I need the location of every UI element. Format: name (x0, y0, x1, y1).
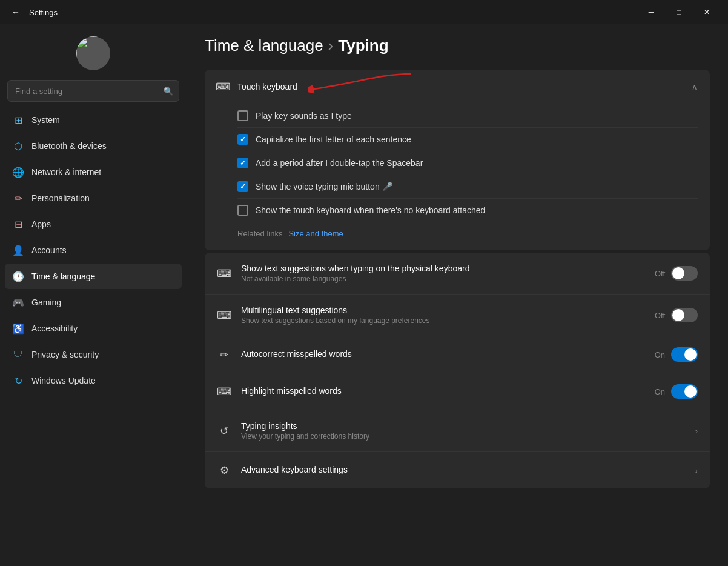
toggle-label-highlight: On (655, 387, 665, 396)
nav-list: ⊞ System ⬡ Bluetooth & devices 🌐 Network… (0, 107, 187, 394)
sidebar-item-personalization[interactable]: ✏ Personalization (5, 185, 182, 211)
related-links: Related links Size and theme (237, 222, 698, 241)
setting-icon-autocorrect: ✏ (217, 347, 231, 362)
toggle-label-autocorrect: On (655, 350, 665, 359)
checkbox-capitalize[interactable] (237, 134, 248, 145)
setting-title-autocorrect: Autocorrect misspelled words (241, 349, 645, 359)
checkbox-row-voice-button: Show the voice typing mic button 🎤 (237, 175, 698, 199)
page-header: Time & language › Typing (205, 36, 710, 55)
checkbox-row-capitalize: Capitalize the first letter of each sent… (237, 128, 698, 151)
checkbox-period[interactable] (237, 158, 248, 168)
checkbox-voice-button[interactable] (237, 181, 248, 192)
titlebar: ← Settings ─ □ ✕ (0, 0, 728, 24)
touch-keyboard-header[interactable]: ⌨ Touch keyboard ∧ (205, 70, 710, 104)
nav-label-bluetooth: Bluetooth & devices (31, 141, 107, 151)
sidebar-item-gaming[interactable]: 🎮 Gaming (5, 290, 182, 315)
setting-title-typing-insights: Typing insights (241, 421, 686, 431)
nav-icon-accessibility: ♿ (12, 322, 24, 335)
sidebar-item-accounts[interactable]: 👤 Accounts (5, 238, 182, 263)
sidebar-item-apps[interactable]: ⊟ Apps (5, 211, 182, 237)
toggle-thumb-highlight (684, 385, 697, 398)
toggle-group-text-suggestions: Off (655, 266, 698, 281)
setting-icon-highlight: ⌨ (217, 384, 231, 399)
nav-icon-time-language: 🕐 (12, 270, 24, 282)
nav-icon-system: ⊞ (12, 114, 24, 126)
nav-icon-privacy: 🛡 (12, 348, 24, 361)
maximize-button[interactable]: □ (665, 2, 693, 22)
setting-title-text-suggestions: Show text suggestions when typing on the… (241, 264, 645, 273)
toggle-multilingual[interactable] (671, 308, 698, 322)
search-box: 🔍 (7, 80, 179, 102)
sidebar-item-system[interactable]: ⊞ System (5, 107, 182, 133)
breadcrumb-separator: › (328, 36, 334, 55)
sidebar-item-update[interactable]: ↻ Windows Update (5, 368, 182, 393)
size-and-theme-link[interactable]: Size and theme (288, 229, 343, 238)
toggle-highlight[interactable] (671, 384, 698, 399)
breadcrumb-current: Typing (338, 36, 388, 55)
nav-icon-network: 🌐 (12, 166, 24, 178)
nav-icon-bluetooth: ⬡ (12, 140, 24, 152)
nav-icon-accounts: 👤 (12, 244, 24, 256)
setting-row-typing-insights[interactable]: ↺ Typing insights View your typing and c… (205, 410, 710, 452)
nav-icon-personalization: ✏ (12, 192, 24, 204)
setting-row-autocorrect[interactable]: ✏ Autocorrect misspelled words On (205, 336, 710, 373)
checkbox-row-show-keyboard: Show the touch keyboard when there's no … (237, 199, 698, 222)
nav-label-accessibility: Accessibility (31, 324, 78, 333)
nav-icon-update: ↻ (12, 375, 24, 387)
toggle-group-highlight: On (655, 384, 698, 399)
nav-label-personalization: Personalization (31, 193, 90, 203)
toggle-autocorrect[interactable] (671, 347, 698, 362)
checkbox-label-voice-button: Show the voice typing mic button 🎤 (256, 182, 392, 191)
settings-card: ⌨ Show text suggestions when typing on t… (205, 253, 710, 488)
setting-title-advanced-keyboard: Advanced keyboard settings (241, 465, 686, 474)
nav-label-apps: Apps (31, 219, 51, 229)
sidebar-item-network[interactable]: 🌐 Network & internet (5, 159, 182, 185)
nav-label-update: Windows Update (31, 376, 96, 385)
setting-icon-advanced-keyboard: ⚙ (217, 463, 231, 478)
nav-icon-gaming: 🎮 (12, 296, 24, 308)
touch-keyboard-title: Touch keyboard (237, 82, 683, 92)
app-title: Settings (29, 8, 637, 17)
related-links-label: Related links (237, 229, 282, 238)
checkbox-show-keyboard[interactable] (237, 205, 248, 216)
checkbox-label-play-sounds: Play key sounds as I type (256, 111, 352, 121)
sidebar-item-privacy[interactable]: 🛡 Privacy & security (5, 342, 182, 367)
checkbox-play-sounds[interactable] (237, 110, 248, 121)
setting-text-typing-insights: Typing insights View your typing and cor… (241, 421, 686, 441)
nav-label-time-language: Time & language (31, 271, 95, 281)
setting-text-advanced-keyboard: Advanced keyboard settings (241, 465, 686, 476)
close-button[interactable]: ✕ (693, 2, 721, 22)
setting-row-text-suggestions[interactable]: ⌨ Show text suggestions when typing on t… (205, 253, 710, 295)
setting-subtitle-text-suggestions: Not available in some languages (241, 275, 645, 283)
setting-text-autocorrect: Autocorrect misspelled words (241, 349, 645, 360)
setting-row-multilingual[interactable]: ⌨ Multilingual text suggestions Show tex… (205, 295, 710, 336)
avatar (76, 36, 110, 70)
touch-keyboard-card: ⌨ Touch keyboard ∧ Play key sounds as I … (205, 70, 710, 250)
checkbox-label-capitalize: Capitalize the first letter of each sent… (256, 135, 411, 144)
setting-icon-text-suggestions: ⌨ (217, 266, 231, 281)
toggle-label-text-suggestions: Off (655, 269, 665, 278)
search-input[interactable] (7, 80, 179, 102)
sidebar-item-time-language[interactable]: 🕐 Time & language (5, 264, 182, 289)
setting-text-text-suggestions: Show text suggestions when typing on the… (241, 264, 645, 283)
sidebar-item-bluetooth[interactable]: ⬡ Bluetooth & devices (5, 133, 182, 159)
nav-label-accounts: Accounts (31, 245, 67, 255)
minimize-button[interactable]: ─ (637, 2, 665, 22)
collapse-chevron-icon: ∧ (692, 82, 698, 92)
back-button[interactable]: ← (7, 4, 24, 21)
sidebar-item-accessibility[interactable]: ♿ Accessibility (5, 316, 182, 341)
checkbox-list: Play key sounds as I type Capitalize the… (237, 104, 698, 222)
toggle-thumb-text-suggestions (672, 267, 684, 279)
checkbox-label-show-keyboard: Show the touch keyboard when there's no … (256, 205, 485, 215)
sidebar: 🔍 ⊞ System ⬡ Bluetooth & devices 🌐 Netwo… (0, 24, 187, 566)
keyboard-icon: ⌨ (217, 81, 229, 93)
chevron-right-icon: › (695, 427, 698, 436)
setting-row-advanced-keyboard[interactable]: ⚙ Advanced keyboard settings › (205, 452, 710, 488)
setting-row-highlight[interactable]: ⌨ Highlight misspelled words On (205, 373, 710, 410)
nav-label-privacy: Privacy & security (31, 350, 99, 359)
toggle-group-autocorrect: On (655, 347, 698, 362)
setting-text-multilingual: Multilingual text suggestions Show text … (241, 305, 645, 325)
toggle-text-suggestions[interactable] (671, 266, 698, 281)
setting-icon-multilingual: ⌨ (217, 308, 231, 322)
setting-icon-typing-insights: ↺ (217, 424, 231, 438)
